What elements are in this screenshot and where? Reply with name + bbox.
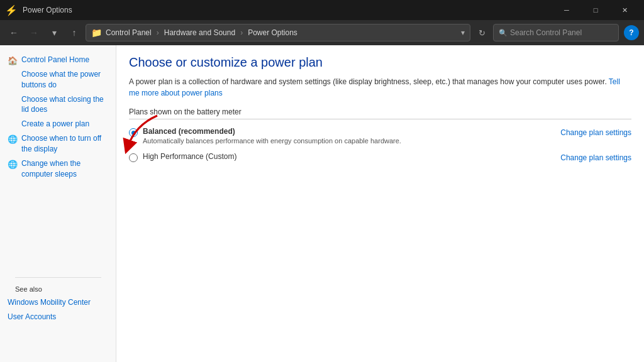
plan-balanced-desc: Automatically balances performance with … bbox=[143, 137, 555, 145]
sidebar-link-label: Control Panel Home bbox=[21, 55, 108, 65]
plan-high-performance-name: High Performance (Custom) bbox=[143, 152, 555, 161]
sidebar-divider bbox=[15, 277, 101, 278]
address-dropdown-icon[interactable]: ▾ bbox=[461, 28, 465, 37]
sidebar-item-computer-sleeps[interactable]: 🌐 Change when the computer sleeps bbox=[0, 156, 116, 182]
app-icon: ⚡ bbox=[5, 4, 18, 16]
sidebar-link-label: Choose what closing the lid does bbox=[21, 94, 108, 116]
refresh-button[interactable]: ↻ bbox=[473, 24, 491, 41]
sidebar-link-label: Create a power plan bbox=[21, 119, 108, 129]
sidebar-link-label: Choose when to turn off the display bbox=[21, 133, 108, 155]
folder-icon: 📁 bbox=[91, 28, 102, 38]
see-also-title: See also bbox=[8, 283, 109, 295]
breadcrumb-control-panel[interactable]: Control Panel bbox=[106, 28, 152, 37]
plan-balanced-row: Balanced (recommended) Automatically bal… bbox=[129, 124, 631, 147]
titlebar: ⚡ Power Options ─ □ ✕ bbox=[0, 0, 644, 20]
close-button[interactable]: ✕ bbox=[610, 0, 639, 20]
plans-section-header: Plans shown on the battery meter bbox=[129, 107, 631, 119]
plan-high-performance-settings-link[interactable]: Change plan settings bbox=[560, 152, 631, 162]
mobility-center-label: Windows Mobility Center bbox=[8, 297, 101, 308]
sidebar-item-power-buttons[interactable]: Choose what the power buttons do bbox=[0, 67, 116, 92]
breadcrumb-sep-1: › bbox=[157, 28, 159, 37]
lid-icon bbox=[8, 95, 18, 105]
breadcrumb-hardware-sound[interactable]: Hardware and Sound bbox=[164, 28, 235, 37]
sidebar-item-control-panel-home[interactable]: 🏠 Control Panel Home bbox=[0, 53, 116, 67]
search-placeholder: Search Control Panel bbox=[510, 28, 582, 37]
back-button[interactable]: ← bbox=[5, 24, 23, 41]
home-icon: 🏠 bbox=[8, 55, 18, 65]
sidebar-item-closing-lid[interactable]: Choose what closing the lid does bbox=[0, 92, 116, 118]
red-arrow-annotation bbox=[116, 112, 167, 156]
help-button[interactable]: ? bbox=[624, 25, 639, 40]
window-title: Power Options bbox=[23, 6, 552, 14]
breadcrumb-sep-2: › bbox=[240, 28, 243, 37]
sidebar-link-label: Change when the computer sleeps bbox=[21, 158, 108, 180]
power-buttons-icon bbox=[8, 70, 18, 80]
sidebar-item-mobility-center[interactable]: Windows Mobility Center bbox=[8, 295, 109, 310]
sidebar-item-turn-off-display[interactable]: 🌐 Choose when to turn off the display bbox=[0, 131, 116, 156]
forward-button[interactable]: → bbox=[25, 24, 43, 41]
sidebar-item-user-accounts[interactable]: User Accounts bbox=[8, 310, 109, 324]
display-icon: 🌐 bbox=[8, 134, 18, 144]
sidebar-link-label: Choose what the power buttons do bbox=[21, 69, 108, 90]
sidebar: 🏠 Control Panel Home Choose what the pow… bbox=[0, 45, 116, 362]
maximize-button[interactable]: □ bbox=[581, 0, 610, 20]
page-description: A power plan is a collection of hardware… bbox=[129, 76, 631, 99]
plan-balanced-settings-link[interactable]: Change plan settings bbox=[560, 127, 631, 137]
page-title: Choose or customize a power plan bbox=[129, 55, 631, 70]
minimize-button[interactable]: ─ bbox=[552, 0, 581, 20]
address-bar[interactable]: 📁 Control Panel › Hardware and Sound › P… bbox=[86, 24, 470, 41]
sidebar-item-create-plan[interactable]: Create a power plan bbox=[0, 117, 116, 131]
main-layout: 🏠 Control Panel Home Choose what the pow… bbox=[0, 45, 644, 362]
addressbar: ← → ▾ ↑ 📁 Control Panel › Hardware and S… bbox=[0, 20, 644, 45]
recent-locations-button[interactable]: ▾ bbox=[45, 24, 63, 41]
user-accounts-label: User Accounts bbox=[8, 312, 101, 322]
titlebar-controls: ─ □ ✕ bbox=[552, 0, 639, 20]
create-plan-icon bbox=[8, 119, 18, 129]
sleep-icon: 🌐 bbox=[8, 159, 18, 169]
plan-balanced-content: Balanced (recommended) Automatically bal… bbox=[143, 127, 555, 145]
breadcrumb-power-options[interactable]: Power Options bbox=[248, 28, 297, 37]
plan-high-performance-row: High Performance (Custom) Change plan se… bbox=[129, 147, 631, 167]
plan-balanced-name: Balanced (recommended) bbox=[143, 127, 555, 136]
plan-high-performance-content: High Performance (Custom) bbox=[143, 152, 555, 161]
content-area: Choose or customize a power plan A power… bbox=[116, 45, 644, 362]
search-icon: 🔍 bbox=[499, 29, 508, 37]
up-button[interactable]: ↑ bbox=[65, 24, 83, 41]
search-box[interactable]: 🔍 Search Control Panel bbox=[493, 24, 619, 41]
